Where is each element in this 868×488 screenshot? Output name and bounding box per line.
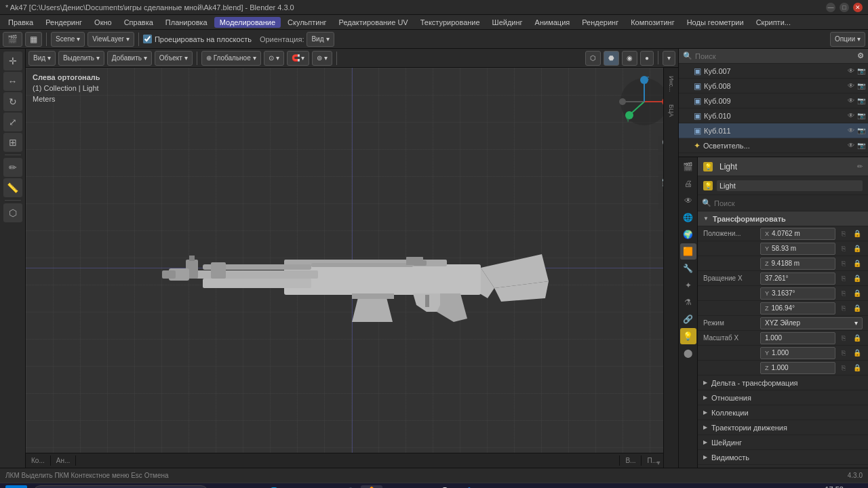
collapsed-section[interactable]: ▶ Отношения <box>698 390 868 405</box>
proportional-btn[interactable]: ⊚ ▾ <box>312 51 332 66</box>
outliner-item[interactable]: ▣ Куб.007 👁 📷 <box>679 64 868 79</box>
menu-item-animation[interactable]: Анимация <box>530 17 576 28</box>
render-icon[interactable]: 📷 <box>857 67 865 75</box>
roty-copy[interactable]: ⎘ <box>838 288 849 299</box>
view-menu[interactable]: Вид ▾ <box>28 51 56 66</box>
browser-btn[interactable]: 🌐 <box>263 485 285 489</box>
menu-item-okno[interactable]: Окно <box>89 17 117 28</box>
object-name-input[interactable] <box>717 161 853 173</box>
maximize-button[interactable]: □ <box>840 3 849 12</box>
render-icon[interactable]: 📷 <box>857 82 865 89</box>
transform-tool[interactable]: ⊞ <box>3 133 22 152</box>
menu-item-pravka[interactable]: Правка <box>3 17 39 28</box>
rotz-lock[interactable]: 🔒 <box>852 303 863 314</box>
render-props-tab[interactable]: 🎬 <box>680 159 696 175</box>
view-props-tab[interactable]: 👁 <box>680 192 696 209</box>
extra-tool[interactable]: ⬡ <box>3 203 22 222</box>
shading-render[interactable]: ● <box>640 51 654 66</box>
b-panel[interactable]: В... <box>619 455 641 466</box>
particle-props-tab[interactable]: ✦ <box>680 277 696 293</box>
menu-item-modelirovanie[interactable]: Моделирование <box>214 17 281 28</box>
rotx-lock[interactable]: 🔒 <box>852 273 863 284</box>
telegram-btn[interactable]: ✈ <box>385 485 407 489</box>
menu-item-editing_uv[interactable]: Редактирование UV <box>334 17 414 28</box>
pos-lock[interactable]: 🔒 <box>852 228 863 239</box>
an-panel[interactable]: Ан... <box>51 455 77 466</box>
menu-item-spravka[interactable]: Справка <box>119 17 159 28</box>
constraint-props-tab[interactable]: 🔗 <box>680 311 696 327</box>
pos-x-value[interactable]: X 4.0762 m <box>760 228 835 240</box>
scalez-copy[interactable]: ⎘ <box>838 363 849 373</box>
search-input[interactable] <box>714 199 864 207</box>
pos-z-value[interactable]: Z 9.4188 m <box>760 258 835 270</box>
shading-wire[interactable]: ⬡ <box>585 51 601 66</box>
visibility-icon[interactable]: 👁 <box>848 127 854 134</box>
viewport[interactable]: Слева ортогональ (1) Collection | Light … <box>26 68 678 468</box>
outliner-search-input[interactable] <box>695 52 854 60</box>
outliner-item[interactable]: ✦ Осветитель... 👁 📷 <box>679 138 868 153</box>
global-dropdown[interactable]: ⊕ Глобальное ▾ <box>201 51 261 66</box>
outliner-item[interactable]: ▣ Куб.011 👁 📷 <box>679 123 868 138</box>
object-menu[interactable]: Объект ▾ <box>155 51 193 66</box>
scroll-down-btn[interactable]: ▼ <box>654 458 663 468</box>
rotx-copy[interactable]: ⎘ <box>838 273 849 284</box>
projection-checkbox[interactable] <box>143 35 152 43</box>
render-icon[interactable]: 📷 <box>857 142 865 149</box>
material-props-tab[interactable]: ⬤ <box>680 345 696 361</box>
outliner-item[interactable]: ▣ Куб.008 👁 📷 <box>679 79 868 94</box>
scaley-lock[interactable]: 🔒 <box>852 348 863 359</box>
rot-z-value[interactable]: Z 106.94° <box>760 302 835 314</box>
visibility-icon[interactable]: 👁 <box>848 67 854 75</box>
close-button[interactable]: ✕ <box>853 3 863 12</box>
scaley-copy[interactable]: ⎘ <box>838 348 849 359</box>
transform-section-header[interactable]: ▼ Трансформировать <box>698 211 868 226</box>
visibility-icon[interactable]: 👁 <box>848 97 854 104</box>
orientation-dropdown[interactable]: Вид ▾ <box>307 32 334 47</box>
scale-x-value[interactable]: 1.000 <box>760 332 835 344</box>
edge-btn[interactable]: ◈ <box>288 485 309 489</box>
menu-item-rendering[interactable]: Рендеринг <box>576 17 624 28</box>
scale-tool[interactable]: ⤢ <box>3 113 22 131</box>
blender2-btn[interactable]: 🔷 <box>458 485 480 489</box>
shading-material[interactable]: ◉ <box>622 51 637 66</box>
rot-x-value[interactable]: 37.261° <box>760 272 835 285</box>
posy-lock[interactable]: 🔒 <box>852 243 863 254</box>
data-props-tab[interactable]: 💡 <box>680 328 696 344</box>
pivot-btn[interactable]: ⊙ ▾ <box>264 51 284 66</box>
outliner-item[interactable]: ▣ Куб.009 👁 📷 <box>679 94 868 108</box>
scale-z-value[interactable]: Z 1.000 <box>760 362 835 374</box>
menu-item-render[interactable]: Рендеринг <box>40 17 87 28</box>
output-props-tab[interactable]: 🖨 <box>680 176 696 192</box>
scale-y-value[interactable]: Y 1.000 <box>760 347 835 359</box>
modifier-props-tab[interactable]: 🔧 <box>680 260 696 277</box>
visibility-icon[interactable]: 👁 <box>848 82 854 89</box>
collapsed-section[interactable]: ▶ Видимость <box>698 450 868 465</box>
blender-btn[interactable]: 🔶 <box>361 485 382 489</box>
render-icon[interactable]: 📷 <box>857 97 865 104</box>
rot-y-value[interactable]: Y 3.1637° <box>760 287 835 300</box>
app3-btn[interactable]: 🎲 <box>434 485 456 489</box>
obj-name-edit-icon[interactable]: ✏ <box>857 163 863 170</box>
menu-item-compositing[interactable]: Композитинг <box>625 17 680 28</box>
menu-item-sculpting[interactable]: Скульптинг <box>282 17 332 28</box>
explorer-btn[interactable]: 📁 <box>239 485 260 489</box>
strip-btn-1[interactable]: Инс... <box>665 70 677 98</box>
add-menu[interactable]: Добавить ▾ <box>107 51 152 66</box>
scalex-copy[interactable]: ⎘ <box>838 333 849 344</box>
minimize-button[interactable]: — <box>826 3 835 12</box>
options-btn[interactable]: Опции ▾ <box>830 32 865 47</box>
collapsed-section[interactable]: ▶ Дельта - трансформация <box>698 375 868 390</box>
viewlayer-select[interactable]: ViewLayer ▾ <box>87 32 134 47</box>
posz-copy[interactable]: ⎘ <box>838 258 849 269</box>
system-clock[interactable]: 17:53 07.01.2025 <box>810 485 844 488</box>
shading-solid[interactable]: ⬣ <box>604 51 619 66</box>
rotate-tool[interactable]: ↻ <box>3 92 22 111</box>
select-menu[interactable]: Выделить ▾ <box>58 51 104 66</box>
engine-select[interactable]: 🎬 <box>3 32 22 47</box>
render-icon[interactable]: 📷 <box>857 112 865 119</box>
scalex-lock[interactable]: 🔒 <box>852 333 863 344</box>
media-btn[interactable]: 🎵 <box>336 485 358 489</box>
annotate-tool[interactable]: ✏ <box>3 158 22 177</box>
scene-props-tab[interactable]: 🌐 <box>680 209 696 226</box>
move-tool[interactable]: ↔ <box>3 72 22 91</box>
